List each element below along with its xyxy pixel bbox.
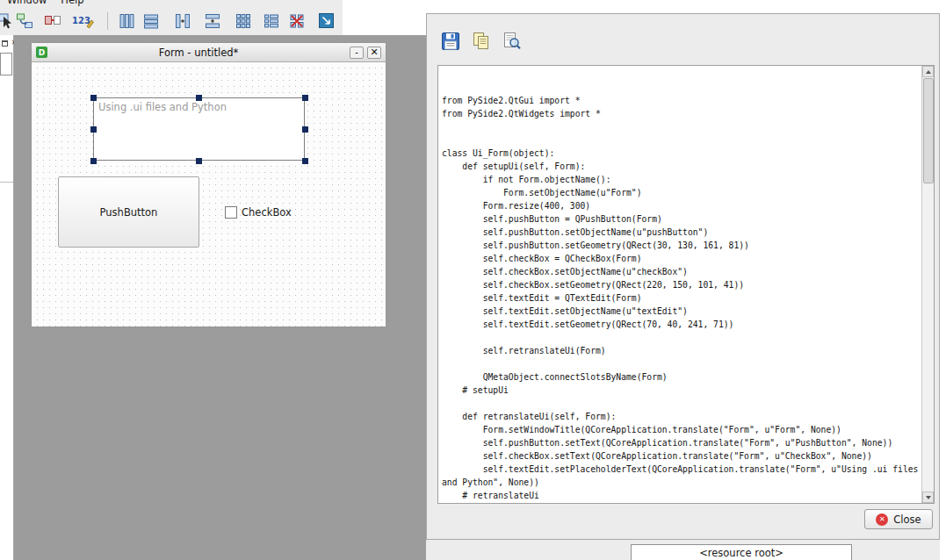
find-icon <box>502 31 523 52</box>
menu-window[interactable]: Window <box>7 0 47 6</box>
layout-vertical-icon <box>142 12 160 30</box>
layout-split-vertical-icon <box>204 12 221 30</box>
designer-form-icon: D <box>36 47 47 58</box>
code-line: self.retranslateUi(Form) <box>442 344 920 357</box>
selection-handle-top-middle[interactable] <box>196 95 202 101</box>
menu-help[interactable]: Help <box>61 0 83 6</box>
selection-handle-bottom-middle[interactable] <box>196 158 202 164</box>
checkbox-widget[interactable]: CheckBox <box>225 194 314 230</box>
code-line: Form.resize(400, 300) <box>442 199 920 212</box>
scrollbar-thumb[interactable] <box>923 78 934 183</box>
code-line <box>442 397 920 410</box>
code-text-area[interactable]: from PySide2.QtGui import *from PySide2.… <box>437 65 935 504</box>
code-line: Form.setWindowTitle(QCoreApplication.tra… <box>442 423 920 436</box>
selection-handle-bottom-right[interactable] <box>302 158 308 164</box>
selection-handle-bottom-left[interactable] <box>90 158 97 164</box>
form-window-title: Form - untitled* <box>51 47 346 59</box>
layout-vertical-button[interactable] <box>141 11 162 32</box>
code-line: self.textEdit.setPlaceholderText(QCoreAp… <box>442 463 920 476</box>
code-line <box>442 120 920 133</box>
scroll-down-button[interactable] <box>922 492 934 503</box>
break-layout-button[interactable] <box>286 11 307 32</box>
code-line: self.checkBox.setText(QCoreApplication.t… <box>442 449 920 463</box>
layout-split-vertical-button[interactable] <box>202 11 223 32</box>
form-window-titlebar[interactable]: D Form - untitled* - ✕ <box>32 43 386 62</box>
layout-horizontal-icon <box>118 12 135 30</box>
layout-grid-icon <box>235 12 252 30</box>
toolbar-separator <box>107 12 108 30</box>
code-line: and Python", None)) <box>442 476 920 489</box>
break-layout-icon <box>288 12 306 30</box>
save-icon <box>440 31 461 52</box>
adjust-size-button[interactable] <box>316 11 337 32</box>
code-line: self.pushButton.setText(QCoreApplication… <box>442 436 920 449</box>
textedit-widget[interactable]: Using .ui files and Python <box>93 97 305 161</box>
copy-code-button[interactable] <box>470 30 493 53</box>
resource-browser-dock: <resource root> <box>426 540 940 560</box>
edit-buddies-button[interactable] <box>42 11 63 32</box>
main-toolbar: 123 <box>0 8 343 35</box>
code-line: from PySide2.QtGui import * <box>442 94 920 107</box>
edit-signals-slots-button[interactable] <box>14 11 35 32</box>
code-line <box>442 357 920 370</box>
adjust-size-icon <box>317 11 336 31</box>
code-line: from PySide2.QtWidgets import * <box>442 107 920 120</box>
textedit-placeholder: Using .ui files and Python <box>94 98 304 116</box>
save-code-button[interactable] <box>439 30 462 53</box>
code-line: self.checkBox.setGeometry(QRect(220, 150… <box>442 278 920 291</box>
layout-split-horizontal-icon <box>174 12 191 30</box>
code-line: def setupUi(self, Form): <box>442 160 920 173</box>
menubar: Window Help <box>0 0 343 8</box>
code-line: def retranslateUi(self, Form): <box>442 410 920 423</box>
code-line <box>442 331 920 344</box>
close-button[interactable]: ✕ <box>367 47 381 59</box>
edit-buddies-icon <box>43 11 62 31</box>
form-designer-window: D Form - untitled* - ✕ Using .ui files a… <box>31 42 386 327</box>
close-button-label: Close <box>893 513 921 526</box>
dock-float-button[interactable] <box>1 39 8 47</box>
code-line: Form.setObjectName(u"Form") <box>442 186 920 199</box>
layout-split-horizontal-button[interactable] <box>172 11 193 32</box>
code-line: if not Form.objectName(): <box>442 173 920 186</box>
code-viewer-dialog: from PySide2.QtGui import *from PySide2.… <box>426 13 940 540</box>
code-line: self.pushButton = QPushButton(Form) <box>442 212 920 226</box>
code-line: self.checkBox.setObjectName(u"checkBox") <box>442 265 920 278</box>
edit-tab-order-button[interactable]: 123 <box>70 11 97 32</box>
layout-horizontal-button[interactable] <box>116 11 137 32</box>
edit-signals-slots-icon <box>15 11 34 31</box>
form-canvas[interactable]: Using .ui files and Python PushButton Ch… <box>32 62 386 327</box>
selection-handle-top-right[interactable] <box>302 95 308 101</box>
code-line: self.pushButton.setObjectName(u"pushButt… <box>442 226 920 239</box>
selection-handle-middle-right[interactable] <box>302 126 308 133</box>
arrow-down-icon <box>926 496 931 499</box>
code-line: self.textEdit.setGeometry(QRect(70, 40, … <box>442 318 920 331</box>
code-line: self.textEdit = QTextEdit(Form) <box>442 291 920 305</box>
pushbutton-widget[interactable]: PushButton <box>58 176 199 248</box>
arrow-up-icon <box>926 70 931 74</box>
copy-icon <box>471 31 492 52</box>
widget-box-dock: ✕ <box>0 35 14 560</box>
selection-handle-top-left[interactable] <box>90 95 97 101</box>
layout-form-button[interactable] <box>261 11 282 32</box>
selection-handle-middle-left[interactable] <box>90 126 97 133</box>
code-line <box>442 133 920 147</box>
widget-filter-input[interactable] <box>0 53 12 75</box>
desktop: Window Help 123 <box>0 0 946 560</box>
float-icon <box>2 40 8 47</box>
dialog-close-button[interactable]: ✕ Close <box>864 509 933 529</box>
code-line: # setupUi <box>442 384 920 397</box>
scroll-up-button[interactable] <box>922 66 934 77</box>
svg-text:123: 123 <box>72 16 90 25</box>
checkbox-label: CheckBox <box>242 206 292 219</box>
code-viewer-toolbar <box>439 30 524 53</box>
checkbox-box-icon <box>225 206 237 219</box>
layout-grid-button[interactable] <box>233 11 254 32</box>
resource-root-item[interactable]: <resource root> <box>631 544 852 560</box>
code-line: self.pushButton.setGeometry(QRect(30, 13… <box>442 239 920 252</box>
minimize-button[interactable]: - <box>350 47 364 59</box>
code-line: self.checkBox = QCheckBox(Form) <box>442 252 920 265</box>
find-in-code-button[interactable] <box>501 30 524 53</box>
pushbutton-label: PushButton <box>100 206 158 219</box>
code-vertical-scrollbar[interactable] <box>921 66 934 503</box>
edit-tab-order-icon: 123 <box>71 11 96 31</box>
